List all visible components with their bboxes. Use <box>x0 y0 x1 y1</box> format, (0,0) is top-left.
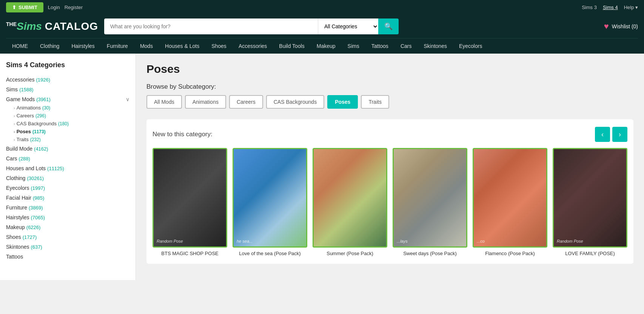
card-overlay: ...co <box>477 239 485 243</box>
sidebar-item-skintones[interactable]: Skintones (637) <box>6 242 129 251</box>
card-image <box>313 148 387 248</box>
nav-item-cars[interactable]: Cars <box>394 38 418 54</box>
sidebar-item-facial-hair[interactable]: Facial Hair (985) <box>6 193 129 202</box>
nav-item-eyecolors[interactable]: Eyecolors <box>453 38 488 54</box>
sidebar-subitem-cas-backgrounds[interactable]: ›CAS Backgrounds (180) <box>6 120 129 128</box>
sidebar-item-houses-and-lots[interactable]: Houses and Lots (11125) <box>6 164 129 173</box>
card-title: LOVE FAMILY (POSE) <box>553 251 627 256</box>
nav-item-mods[interactable]: Mods <box>134 38 159 54</box>
nav-item-home[interactable]: HOME <box>6 38 34 54</box>
subitem-count: (180) <box>58 121 69 126</box>
search-button[interactable]: 🔍 <box>378 18 399 34</box>
sidebar-label: Skintones <box>6 244 29 250</box>
sidebar-item-hairstyles[interactable]: Hairstyles (7065) <box>6 213 129 222</box>
nav-item-furniture[interactable]: Furniture <box>101 38 134 54</box>
logo-sims: Sims <box>17 20 42 32</box>
sidebar-item-shoes[interactable]: Shoes (1727) <box>6 232 129 242</box>
card-item[interactable]: Random Pose BTS MAGIC SHOP POSE <box>153 148 227 256</box>
card-item[interactable]: Summer (Pose Pack) <box>313 148 387 256</box>
new-section: New to this category: ‹ › Random Pose BT… <box>146 119 633 264</box>
logo[interactable]: THESims Catalog <box>6 20 98 32</box>
subcategory-label: Browse by Subcategory: <box>146 83 633 91</box>
card-image: ...co <box>473 148 547 248</box>
nav-item-sims[interactable]: Sims <box>342 38 365 54</box>
chevron-icon: › <box>14 137 15 142</box>
nav-item-tattoos[interactable]: Tattoos <box>365 38 394 54</box>
sims4-link[interactable]: Sims 4 <box>603 5 618 10</box>
sidebar-subitem-traits[interactable]: ›Traits (232) <box>6 135 129 143</box>
sidebar-label: Furniture <box>6 205 27 211</box>
subcat-btn-all-mods[interactable]: All Mods <box>146 95 182 109</box>
sims3-link[interactable]: Sims 3 <box>582 5 597 10</box>
logo-catalog: Catalog <box>45 20 98 32</box>
card-item[interactable]: ...lays Sweet days (Pose Pack) <box>393 148 467 256</box>
subitem-label: Traits <box>17 137 29 142</box>
sidebar-item-eyecolors[interactable]: Eyecolors (1997) <box>6 183 129 192</box>
sidebar-count: (1727) <box>23 234 37 240</box>
prev-arrow[interactable]: ‹ <box>595 127 610 142</box>
submit-button[interactable]: SUBMIT <box>6 2 43 12</box>
heart-icon: ♥ <box>604 22 609 31</box>
card-item[interactable]: Random Pose LOVE FAMILY (POSE) <box>553 148 627 256</box>
sidebar-label: Hairstyles <box>6 214 29 220</box>
nav-item-clothing[interactable]: Clothing <box>34 38 65 54</box>
new-section-header: New to this category: ‹ › <box>153 127 627 142</box>
card-title: Summer (Pose Pack) <box>313 251 387 256</box>
sidebar-label: Build Mode <box>6 146 32 152</box>
card-item[interactable]: ...co Flamenco (Pose Pack) <box>473 148 547 256</box>
card-image: he sea... <box>233 148 307 248</box>
top-bar-right: Sims 3 Sims 4 Help ▾ <box>582 5 638 10</box>
sidebar-item-build-mode[interactable]: Build Mode (4162) <box>6 144 129 153</box>
subcat-btn-animations[interactable]: Animations <box>185 95 226 109</box>
card-placeholder: Random Pose <box>154 149 226 246</box>
sidebar-subitem-careers[interactable]: ›Careers (296) <box>6 112 129 120</box>
sidebar-item-clothing[interactable]: Clothing (30261) <box>6 174 129 183</box>
sidebar-count: (985) <box>33 195 44 201</box>
sidebar-count: (288) <box>19 156 30 162</box>
sidebar-count: (4162) <box>34 146 48 152</box>
nav-item-skintones[interactable]: Skintones <box>418 38 453 54</box>
card-overlay: ...lays <box>397 239 408 243</box>
sidebar-subitem-animations[interactable]: ›Animations (30) <box>6 104 129 112</box>
nav-item-makeup[interactable]: Makeup <box>311 38 342 54</box>
sidebar-count: (6226) <box>26 225 41 230</box>
sidebar-item-tattoos[interactable]: Tattoos <box>6 252 129 261</box>
nav-item-houses-&-lots[interactable]: Houses & Lots <box>159 38 205 54</box>
sidebar-item-sims[interactable]: Sims (1588) <box>6 85 129 94</box>
wishlist-area[interactable]: ♥ Wishlist (0) <box>604 22 638 31</box>
sidebar-item-cars[interactable]: Cars (288) <box>6 154 129 163</box>
sidebar-label: Game Mods <box>6 96 35 102</box>
subcat-btn-poses[interactable]: Poses <box>327 95 358 109</box>
nav-item-build-tools[interactable]: Build Tools <box>273 38 310 54</box>
subitem-count: (1173) <box>32 129 46 134</box>
register-link[interactable]: Register <box>65 5 83 10</box>
chevron-icon: › <box>14 129 15 134</box>
nav-item-hairstyles[interactable]: Hairstyles <box>65 38 100 54</box>
category-select[interactable]: All Categories <box>318 18 378 34</box>
sidebar-item-makeup[interactable]: Makeup (6226) <box>6 223 129 232</box>
sidebar-item-game-mods[interactable]: Game Mods (3961)∨ <box>6 95 129 104</box>
subitem-label: Poses <box>17 129 31 134</box>
subcat-btn-careers[interactable]: Careers <box>229 95 263 109</box>
card-item[interactable]: he sea... Love of the sea (Pose Pack) <box>233 148 307 256</box>
help-link[interactable]: Help ▾ <box>624 5 638 10</box>
new-section-title: New to this category: <box>153 131 595 138</box>
subcat-btn-cas-backgrounds[interactable]: CAS Backgrounds <box>266 95 324 109</box>
login-link[interactable]: Login <box>48 5 60 10</box>
header-top: THESims Catalog All Categories 🔍 ♥ Wishl… <box>6 18 638 34</box>
sidebar-item-accessories[interactable]: Accessories (1926) <box>6 75 129 84</box>
card-placeholder <box>314 149 386 246</box>
sidebar-label: Tattoos <box>6 254 23 260</box>
card-placeholder: ...co <box>474 149 546 246</box>
card-title: Flamenco (Pose Pack) <box>473 251 547 256</box>
next-arrow[interactable]: › <box>612 127 627 142</box>
nav-item-shoes[interactable]: Shoes <box>205 38 233 54</box>
sidebar-subitem-poses[interactable]: ›Poses (1173) <box>6 128 129 135</box>
subcat-btn-traits[interactable]: Traits <box>361 95 389 109</box>
sidebar-label: Facial Hair <box>6 195 31 201</box>
nav-item-accessories[interactable]: Accessories <box>233 38 273 54</box>
sidebar-item-furniture[interactable]: Furniture (3869) <box>6 203 129 212</box>
header: THESims Catalog All Categories 🔍 ♥ Wishl… <box>0 15 644 54</box>
search-input[interactable] <box>104 18 318 34</box>
subitem-count: (232) <box>30 137 41 142</box>
